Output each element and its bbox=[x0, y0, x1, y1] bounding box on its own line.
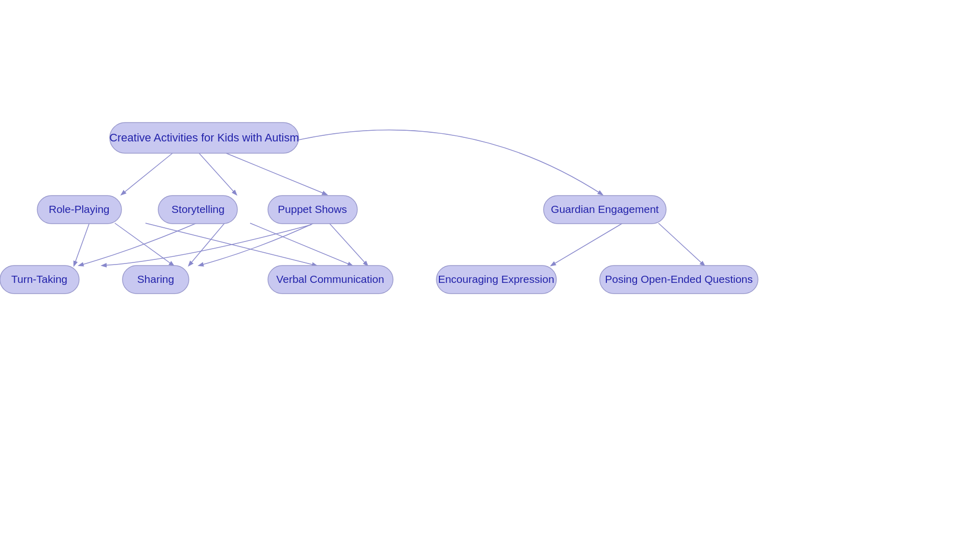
node-guardian-engagement-label: Guardian Engagement bbox=[551, 203, 658, 215]
node-encouraging-expression-label: Encouraging Expression bbox=[438, 273, 554, 285]
edge-root-puppet-shows bbox=[226, 153, 327, 195]
edge-roleplaying-turntaking bbox=[74, 223, 89, 266]
edge-storytelling-verbal bbox=[250, 223, 352, 266]
node-root-label: Creative Activities for Kids with Autism bbox=[109, 131, 299, 144]
edge-root-storytelling bbox=[199, 153, 236, 195]
edge-guardian-posing bbox=[658, 223, 704, 266]
node-posing-questions-label: Posing Open-Ended Questions bbox=[605, 273, 753, 285]
edge-storytelling-turntaking bbox=[79, 223, 197, 266]
edge-puppet-verbal bbox=[329, 223, 368, 266]
edge-puppet-sharing bbox=[199, 223, 314, 266]
node-verbal-communication-label: Verbal Communication bbox=[276, 273, 384, 285]
edge-root-guardian bbox=[289, 130, 602, 195]
node-turn-taking-label: Turn-Taking bbox=[11, 273, 67, 285]
node-sharing-label: Sharing bbox=[137, 273, 174, 285]
node-puppet-shows-label: Puppet Shows bbox=[278, 203, 347, 215]
edge-root-role-playing bbox=[121, 153, 173, 195]
edge-puppet-turntaking bbox=[102, 225, 311, 266]
node-role-playing-label: Role-Playing bbox=[48, 203, 109, 215]
edge-guardian-encouraging bbox=[551, 223, 623, 266]
node-storytelling-label: Storytelling bbox=[172, 203, 225, 215]
edge-storytelling-sharing bbox=[189, 223, 225, 266]
